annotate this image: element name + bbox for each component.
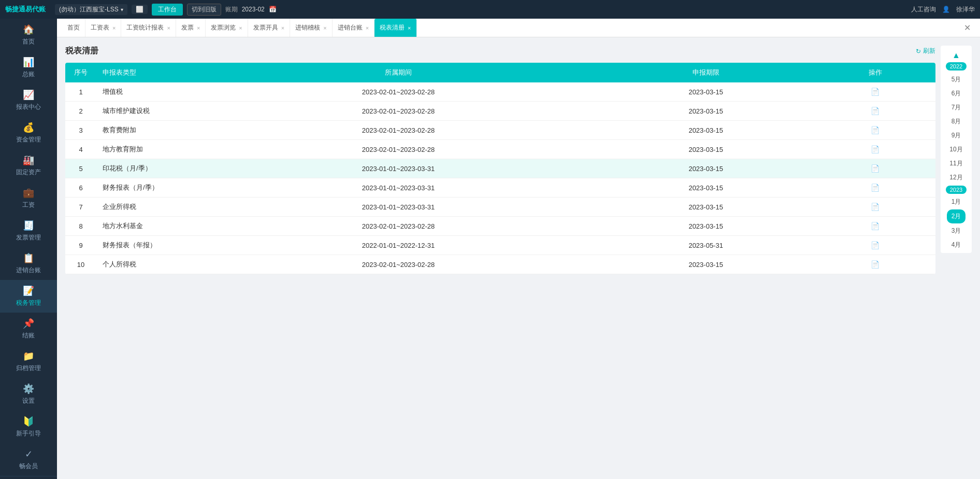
cell-action[interactable]: 📄 [815, 198, 935, 217]
close-icon[interactable]: × [167, 25, 170, 31]
calendar-down-icon[interactable]: ▼ [950, 252, 962, 253]
cell-deadline: 2023-05-31 [597, 236, 815, 255]
calendar-month-item[interactable]: 6月 [949, 87, 962, 101]
tab-tax-list[interactable]: 税表清册 × [374, 19, 416, 37]
sidebar-item-archive[interactable]: 📁 归档管理 [0, 345, 57, 378]
tab-purchase-ledger[interactable]: 进销台账 × [333, 19, 374, 37]
sidebar-item-general-ledger[interactable]: 📊 总账 [0, 51, 57, 84]
tab-payroll[interactable]: 工资表 × [85, 19, 121, 37]
action-icon[interactable]: 📄 [871, 164, 880, 173]
tab-home[interactable]: 首页 [62, 19, 85, 37]
action-icon[interactable]: 📄 [871, 260, 880, 269]
close-icon[interactable]: × [366, 25, 369, 31]
sidebar-item-settings[interactable]: ⚙️ 设置 [0, 378, 57, 411]
sidebar-item-newbie[interactable]: 🔰 新手引导 [0, 411, 57, 443]
calendar-month-item[interactable]: 2月 [947, 209, 965, 223]
cell-no: 7 [65, 198, 96, 217]
tab-invoice[interactable]: 发票 × [176, 19, 206, 37]
close-icon[interactable]: × [281, 25, 284, 31]
cell-type: 地方教育附加 [96, 140, 200, 159]
col-header-type: 申报表类型 [96, 63, 200, 82]
close-icon[interactable]: × [112, 25, 116, 31]
calendar-month-item[interactable]: 9月 [949, 129, 962, 143]
copy-button[interactable]: ⬜ [132, 5, 148, 14]
calendar-month-item[interactable]: 4月 [947, 238, 965, 252]
close-icon[interactable]: × [239, 25, 242, 31]
sidebar-item-settlement[interactable]: 📌 结账 [0, 313, 57, 345]
old-version-button[interactable]: 切到旧版 [187, 4, 221, 16]
cell-action[interactable]: 📄 [815, 217, 935, 236]
sidebar-item-label: 资金管理 [16, 135, 41, 144]
human-consult[interactable]: 人工咨询 [911, 5, 936, 14]
sidebar-item-fixed-assets[interactable]: 🏭 固定资产 [0, 149, 57, 182]
company-selector[interactable]: (勿动）江西服宝-LSS ▾ [55, 4, 127, 15]
table-row: 3 教育费附加 2023-02-01~2023-02-28 2023-03-15… [65, 121, 935, 140]
action-icon[interactable]: 📄 [871, 222, 880, 230]
action-icon[interactable]: 📄 [871, 88, 880, 96]
user-name[interactable]: 徐泽华 [956, 5, 975, 14]
tab-invoice-browse[interactable]: 发票浏览 × [206, 19, 248, 37]
main-panel: 税表清册 ↻ 刷新 序号 申报表类型 所属期间 申报期限 操作 [65, 46, 935, 471]
tab-invoice-issue-label: 发票开具 [253, 23, 278, 32]
calendar-month-item[interactable]: 11月 [949, 157, 962, 171]
table-header: 序号 申报表类型 所属期间 申报期限 操作 [65, 63, 935, 82]
cell-action[interactable]: 📄 [815, 159, 935, 178]
cell-no: 4 [65, 140, 96, 159]
cell-action[interactable]: 📄 [815, 121, 935, 140]
cell-no: 2 [65, 102, 96, 121]
cell-action[interactable]: 📄 [815, 82, 935, 102]
workspace-button[interactable]: 工作台 [152, 4, 183, 16]
table-body: 1 增值税 2023-02-01~2023-02-28 2023-03-15 📄… [65, 82, 935, 274]
sidebar-item-purchase-sales[interactable]: 📋 进销台账 [0, 247, 57, 280]
settlement-icon: 📌 [23, 318, 34, 329]
cell-action[interactable]: 📄 [815, 102, 935, 121]
cell-action[interactable]: 📄 [815, 140, 935, 159]
action-icon[interactable]: 📄 [871, 126, 880, 134]
cell-action[interactable]: 📄 [815, 178, 935, 198]
sidebar-item-member[interactable]: ✓ 畅会员 [0, 443, 57, 476]
sidebar-item-home[interactable]: 🏠 首页 [0, 19, 57, 51]
calendar-icon[interactable]: 📅 [269, 6, 277, 13]
tab-payroll-report[interactable]: 工资统计报表 × [121, 19, 176, 37]
close-icon[interactable]: × [197, 25, 200, 31]
action-icon[interactable]: 📄 [871, 184, 880, 192]
calendar-panel: ▲ 2022 5月6月7月8月9月10月11月12月 2023 1月2月3月4月… [941, 46, 972, 253]
cell-action[interactable]: 📄 [815, 236, 935, 255]
action-icon[interactable]: 📄 [871, 145, 880, 153]
action-icon[interactable]: 📄 [871, 241, 880, 249]
tab-close-all-icon[interactable]: ✕ [960, 23, 975, 33]
close-icon[interactable]: × [323, 25, 326, 31]
cell-type: 财务报表（月/季） [96, 178, 200, 198]
close-icon[interactable]: × [408, 25, 411, 31]
year-2022-label[interactable]: 2022 [946, 62, 967, 71]
calendar-month-item[interactable]: 1月 [947, 195, 965, 209]
action-icon[interactable]: 📄 [871, 203, 880, 211]
table-row: 6 财务报表（月/季） 2023-01-01~2023-03-31 2023-0… [65, 178, 935, 198]
tab-invoice-issue[interactable]: 发票开具 × [248, 19, 290, 37]
tab-purchase-ledger-label: 进销台账 [338, 23, 363, 32]
sidebar-item-label: 归档管理 [16, 364, 41, 373]
year-2023-badge[interactable]: 2023 [946, 186, 967, 194]
action-icon[interactable]: 📄 [871, 107, 880, 115]
calendar-month-item[interactable]: 5月 [949, 73, 962, 87]
calendar-month-item[interactable]: 7月 [949, 101, 962, 115]
company-name: (勿动）江西服宝-LSS [59, 5, 119, 14]
calendar-month-item[interactable]: 8月 [949, 115, 962, 129]
sidebar-item-tax-management[interactable]: 📝 税务管理 [0, 280, 57, 313]
sidebar-footer[interactable]: ◀ 取消固定 [0, 476, 57, 479]
calendar-up-icon[interactable]: ▲ [950, 49, 962, 62]
sidebar-item-invoice[interactable]: 🧾 发票管理 [0, 215, 57, 247]
sidebar-item-payroll[interactable]: 💼 工资 [0, 182, 57, 215]
calendar-month-item[interactable]: 12月 [949, 171, 962, 185]
cell-type: 城市维护建设税 [96, 102, 200, 121]
sidebar-item-report-center[interactable]: 📈 报表中心 [0, 84, 57, 117]
cell-action[interactable]: 📄 [815, 255, 935, 274]
calendar-month-item[interactable]: 3月 [947, 224, 965, 238]
table-row: 7 企业所得税 2023-01-01~2023-03-31 2023-03-15… [65, 198, 935, 217]
refresh-button[interactable]: ↻ 刷新 [916, 47, 935, 55]
sidebar-item-fund-management[interactable]: 💰 资金管理 [0, 117, 57, 149]
calendar-month-item[interactable]: 10月 [949, 143, 962, 157]
tab-purchase-check[interactable]: 进销稽核 × [290, 19, 332, 37]
report-icon: 📈 [23, 89, 34, 101]
period-label: 账期 [225, 5, 238, 14]
